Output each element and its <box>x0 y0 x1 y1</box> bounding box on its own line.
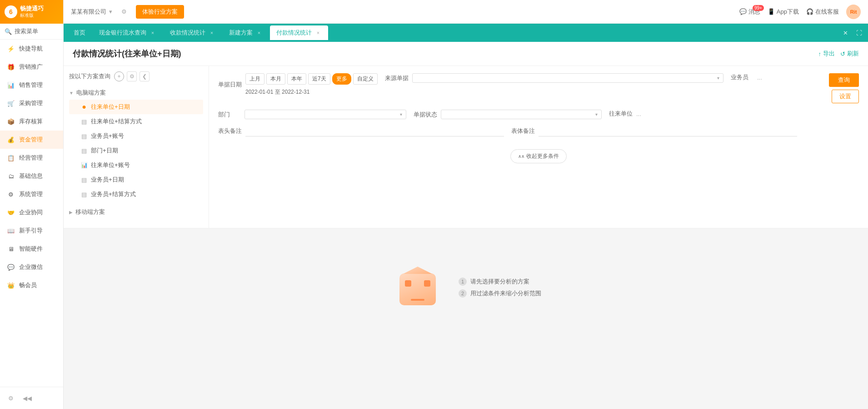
sidebar-item-purchase[interactable]: 🛒 采购管理 <box>0 94 63 112</box>
tab-payments-close[interactable]: × <box>314 29 322 36</box>
scheme-item-salesperson-date[interactable]: ▤ 业务员+日期 <box>69 172 203 187</box>
sidebar-item-guide[interactable]: 📖 新手引导 <box>0 222 63 240</box>
topbar-gear-button[interactable]: ⚙ <box>118 5 130 18</box>
scheme-group-mobile-title[interactable]: ▶ 移动端方案 <box>69 205 203 219</box>
filter-field-partner: 往来单位 ... <box>609 110 797 118</box>
refresh-icon: ↺ <box>840 50 845 57</box>
scheme-item-partner-date[interactable]: ● 往来单位+日期 <box>69 100 203 114</box>
scheme-item-salesperson-account[interactable]: ▤ 业务员+账号 <box>69 129 203 143</box>
source-select[interactable]: ▾ <box>412 73 723 83</box>
query-button[interactable]: 查询 <box>829 73 859 87</box>
tab-cashflow[interactable]: 现金银行流水查询 × <box>93 25 163 40</box>
service-icon: 🎧 <box>806 8 813 15</box>
scheme-add-button[interactable]: + <box>114 71 124 81</box>
scheme-item-dept-date[interactable]: ▤ 部门+日期 <box>69 143 203 158</box>
date-btn-more[interactable]: 更多 <box>332 73 351 85</box>
settings-button[interactable]: 设置 <box>832 90 859 103</box>
filter-field-header-note: 表头备注 <box>218 126 504 136</box>
refresh-button[interactable]: ↺ 刷新 <box>840 50 859 58</box>
date-btn-custom[interactable]: 自定义 <box>353 73 378 85</box>
sidebar-item-operation[interactable]: 📋 经营管理 <box>0 149 63 167</box>
body-note-input[interactable] <box>539 126 797 136</box>
filter-action-buttons: 查询 设置 <box>829 73 859 103</box>
app-download-button[interactable]: 📱 App下载 <box>768 8 799 16</box>
sidebar-item-sales[interactable]: 📊 销售管理 <box>0 76 63 94</box>
sidebar-item-inventory[interactable]: 📦 库存核算 <box>0 112 63 131</box>
tab-new-scheme-label: 新建方案 <box>229 29 253 37</box>
message-badge: 99+ <box>753 5 764 11</box>
scheme-settings-button[interactable]: ⚙ <box>127 71 137 81</box>
sidebar-item-marketing[interactable]: 🎁 营销推广 <box>0 58 63 76</box>
sidebar-item-member[interactable]: 👑 畅会员 <box>0 276 63 294</box>
main-area: 某某有限公司 ▾ ⚙ 体验行业方案 💬 消息 99+ 📱 App下载 🎧 在线客… <box>64 0 868 409</box>
tab-close-all-button[interactable]: ✕ <box>840 27 851 38</box>
topbar: 某某有限公司 ▾ ⚙ 体验行业方案 💬 消息 99+ 📱 App下载 🎧 在线客… <box>64 0 868 24</box>
sidebar-item-label: 销售管理 <box>19 81 43 89</box>
filter-row-3: 表头备注 表体备注 <box>218 126 859 136</box>
dept-select[interactable]: ▾ <box>244 110 406 119</box>
empty-illustration <box>390 267 445 312</box>
filter-field-source: 来源单据 ▾ <box>385 73 723 83</box>
purchase-icon: 🛒 <box>6 99 15 108</box>
status-select[interactable]: ▾ <box>441 110 602 119</box>
sidebar-search-area[interactable]: 🔍 搜索菜单 <box>0 24 63 40</box>
sidebar-settings-button[interactable]: ⚙ <box>5 392 17 404</box>
tab-expand-button[interactable]: ⛶ <box>853 27 864 38</box>
scheme-item-salesperson-settlement[interactable]: ▤ 业务员+结算方式 <box>69 187 203 202</box>
tab-receipts-close[interactable]: × <box>208 29 215 36</box>
tab-cashflow-close[interactable]: × <box>149 29 156 36</box>
salesperson-dots[interactable]: ... <box>757 74 762 81</box>
tab-payments[interactable]: 付款情况统计 × <box>270 25 328 40</box>
hardware-icon: 🖥 <box>6 244 15 253</box>
tab-new-scheme-close[interactable]: × <box>255 29 263 36</box>
logo-text: 畅捷通巧 <box>20 5 44 12</box>
scheme-collapse-button[interactable]: ❮ <box>140 71 150 81</box>
empty-state: 1 请先选择要分析的方案 2 用过滤条件来缩小分析范围 <box>64 230 868 348</box>
tab-cashflow-label: 现金银行流水查询 <box>99 29 146 37</box>
tab-new-scheme[interactable]: 新建方案 × <box>223 25 269 40</box>
sidebar-item-hardware[interactable]: 🖥 智能硬件 <box>0 240 63 258</box>
scheme-group-desktop: ▼ 电脑端方案 ● 往来单位+日期 ▤ 往来单位+结算方式 ▤ 业务员+账号 <box>69 86 203 202</box>
company-selector[interactable]: 某某有限公司 ▾ <box>71 8 112 16</box>
scheme-item-partner-settlement[interactable]: ▤ 往来单位+结算方式 <box>69 114 203 129</box>
member-icon: 👑 <box>6 281 15 290</box>
sidebar-item-basic[interactable]: 🗂 基础信息 <box>0 167 63 185</box>
sidebar-item-wechat[interactable]: 💬 企业微信 <box>0 258 63 276</box>
source-dropdown-icon: ▾ <box>717 76 719 81</box>
tab-receipts[interactable]: 收款情况统计 × <box>164 25 222 40</box>
partner-dots[interactable]: ... <box>636 111 641 117</box>
body-note-label: 表体备注 <box>511 127 535 135</box>
scheme-group-desktop-title[interactable]: ▼ 电脑端方案 <box>69 86 203 100</box>
export-label: 导出 <box>823 50 835 58</box>
date-btn-this-year[interactable]: 本年 <box>287 73 306 85</box>
partner-label: 往来单位 <box>609 110 633 118</box>
filter-field-body-note: 表体备注 <box>511 126 797 136</box>
sidebar-item-finance[interactable]: 💰 资金管理 <box>0 131 63 149</box>
scheme-panel-actions: + ⚙ ❮ <box>114 71 150 81</box>
scheme-item-dept-date-label: 部门+日期 <box>91 146 118 155</box>
date-btn-this-month[interactable]: 本月 <box>266 73 285 85</box>
date-btn-7days[interactable]: 近7天 <box>308 73 330 85</box>
user-avatar[interactable]: Rit <box>846 5 861 19</box>
scheme-panel-header-text: 按以下方案查询 <box>69 72 110 81</box>
sidebar-item-system[interactable]: ⚙ 系统管理 <box>0 185 63 203</box>
online-service-button[interactable]: 🎧 在线客服 <box>806 8 839 16</box>
logo-badge: 标准版 <box>20 12 44 19</box>
trial-button[interactable]: 体验行业方案 <box>136 5 184 19</box>
date-btn-last-month[interactable]: 上月 <box>245 73 264 85</box>
header-note-input[interactable] <box>245 126 504 136</box>
sidebar-item-collab[interactable]: 🤝 企业协同 <box>0 203 63 222</box>
scheme-item-salesperson-date-label: 业务员+日期 <box>91 176 124 184</box>
page-header: 付款情况统计(往来单位+日期) ↑ 导出 ↺ 刷新 <box>64 42 868 66</box>
tab-home[interactable]: 首页 <box>67 25 92 40</box>
sidebar-item-quick-nav[interactable]: ⚡ 快捷导航 <box>0 40 63 58</box>
scheme-panel: 按以下方案查询 + ⚙ ❮ <box>64 66 209 228</box>
collapse-filter-button[interactable]: ∧∧ 收起更多条件 <box>510 149 567 163</box>
scheme-item-partner-account[interactable]: 📊 往来单位+账号 <box>69 158 203 172</box>
search-menu-button[interactable]: 🔍 搜索菜单 <box>5 27 59 35</box>
export-button[interactable]: ↑ 导出 <box>818 50 835 58</box>
company-dropdown-icon: ▾ <box>109 8 112 15</box>
message-button[interactable]: 💬 消息 99+ <box>739 8 760 16</box>
sidebar-item-label: 企业协同 <box>19 208 43 217</box>
sidebar-collapse-button[interactable]: ◀◀ <box>21 392 34 404</box>
